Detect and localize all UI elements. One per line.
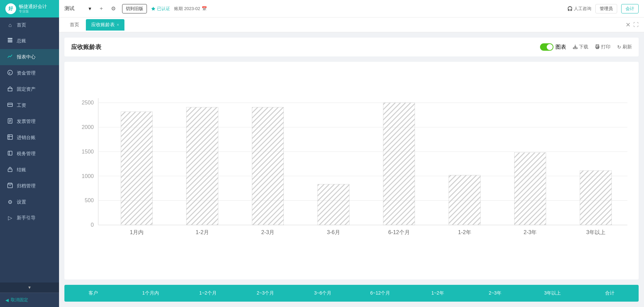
sidebar-item-invoice[interactable]: 发票管理 xyxy=(0,114,59,130)
period-value: 2023-02 xyxy=(184,6,200,11)
certified-badge: 已认证 xyxy=(151,6,170,12)
certified-label: 已认证 xyxy=(157,6,170,12)
settings-gear-icon-btn[interactable]: ⚙ xyxy=(109,4,118,13)
sidebar-nav: ⌂ 首页 总账 报表中心 ¥ 资金管理 xyxy=(0,17,59,293)
sidebar-item-ledger[interactable]: 总账 xyxy=(0,33,59,49)
funds-icon: ¥ xyxy=(7,70,13,77)
table-header-cell: 2~3年 xyxy=(466,285,524,302)
sidebar-item-assets[interactable]: 固定资产 xyxy=(0,81,59,97)
sidebar-label-reports: 报表中心 xyxy=(17,54,36,60)
page-actions: 图表 下载 打印 ↻ 刷新 xyxy=(540,43,632,51)
close-period-icon xyxy=(7,167,13,173)
sidebar-label-guide: 新手引导 xyxy=(17,215,36,221)
svg-text:1500: 1500 xyxy=(82,148,94,155)
sidebar-item-tax[interactable]: 税务管理 xyxy=(0,146,59,162)
table-header-cell: 1~2个月 xyxy=(179,285,236,302)
table-header-cell: 3年以上 xyxy=(524,285,581,302)
cancel-fixed-btn[interactable]: ◀ 取消固定 xyxy=(0,293,59,307)
app-edition: 专业版 xyxy=(19,9,47,14)
ledger-icon xyxy=(7,38,13,44)
settings-icon: ⚙ xyxy=(7,199,13,205)
sidebar: 好 畅捷通好会计 专业版 ⌂ 首页 总账 报表中心 xyxy=(0,0,59,307)
svg-text:2000: 2000 xyxy=(82,124,94,130)
refresh-label: 刷新 xyxy=(623,44,632,50)
svg-text:500: 500 xyxy=(85,197,94,203)
svg-point-24 xyxy=(598,47,599,47)
close-window-btn[interactable]: ✕ xyxy=(626,21,631,29)
sidebar-label-payroll: 工资 xyxy=(17,102,26,108)
sidebar-item-guide[interactable]: ▷ 新手引导 xyxy=(0,210,59,226)
svg-rect-18 xyxy=(8,184,12,188)
print-btn[interactable]: 打印 xyxy=(595,44,610,50)
sidebar-item-archive[interactable]: 归档管理 xyxy=(0,178,59,194)
svg-rect-39 xyxy=(121,112,152,225)
print-icon xyxy=(595,44,600,50)
sidebar-item-settings[interactable]: ⚙ 设置 xyxy=(0,194,59,210)
tab-home[interactable]: 首页 xyxy=(64,19,85,31)
chart-toggle[interactable]: 图表 xyxy=(540,43,566,51)
period-info: 账期 2023-02 📅 xyxy=(174,6,207,12)
print-label: 打印 xyxy=(601,44,610,50)
table-header-cell: 合计 xyxy=(581,285,639,302)
tabs-right: ✕ ⛶ xyxy=(626,21,639,29)
download-label: 下载 xyxy=(579,44,588,50)
svg-rect-53 xyxy=(580,171,611,225)
svg-rect-17 xyxy=(8,169,12,172)
consult-btn[interactable]: 🎧 人工咨询 xyxy=(567,6,591,12)
svg-text:0: 0 xyxy=(91,222,94,228)
sidebar-item-payroll[interactable]: 工资 xyxy=(0,97,59,114)
refresh-btn[interactable]: ↻ 刷新 xyxy=(617,44,632,50)
svg-text:2-3月: 2-3月 xyxy=(261,229,274,235)
assets-icon xyxy=(7,86,13,93)
sidebar-label-archive: 归档管理 xyxy=(17,183,36,189)
logo-icon: 好 xyxy=(5,3,16,14)
expand-btn[interactable]: ⛶ xyxy=(633,22,639,28)
sidebar-label-invoice: 发票管理 xyxy=(17,119,36,125)
cancel-fixed-icon: ◀ xyxy=(5,298,9,303)
topbar-dropdown[interactable]: ▾ xyxy=(89,5,91,12)
sidebar-label-tax: 税务管理 xyxy=(17,151,36,157)
svg-rect-2 xyxy=(8,41,12,42)
sidebar-item-home[interactable]: ⌂ 首页 xyxy=(0,17,59,33)
page-content: 应收账龄表 图表 下载 打 xyxy=(59,32,644,307)
tab-close-icon[interactable]: × xyxy=(117,23,119,27)
page-header: 应收账龄表 图表 下载 打 xyxy=(64,38,639,56)
sidebar-item-funds[interactable]: ¥ 资金管理 xyxy=(0,65,59,81)
table-header-cell: 客户 xyxy=(64,285,122,302)
switch-track[interactable] xyxy=(540,43,553,51)
topbar-actions: ＋ ⚙ xyxy=(97,4,118,13)
app-name: 畅捷通好会计 xyxy=(19,4,47,9)
svg-text:1-2月: 1-2月 xyxy=(196,229,209,235)
add-icon-btn[interactable]: ＋ xyxy=(97,4,106,13)
refresh-icon: ↻ xyxy=(617,44,621,50)
table-header-cell: 1个月内 xyxy=(122,285,179,302)
table-header-cell: 2~3个月 xyxy=(237,285,294,302)
sidebar-item-reports[interactable]: 报表中心 xyxy=(0,49,59,65)
svg-text:1月内: 1月内 xyxy=(130,229,144,235)
page-title: 应收账龄表 xyxy=(71,43,101,51)
svg-text:¥: ¥ xyxy=(8,71,11,75)
sidebar-label-close: 结账 xyxy=(17,167,26,173)
tab-aging[interactable]: 应收账龄表 × xyxy=(86,19,124,31)
svg-text:3年以上: 3年以上 xyxy=(586,229,605,235)
sidebar-item-trade[interactable]: 进销台账 xyxy=(0,130,59,146)
svg-rect-45 xyxy=(318,184,349,225)
headset-icon: 🎧 xyxy=(567,6,573,11)
trade-icon xyxy=(7,134,13,141)
svg-text:2-3年: 2-3年 xyxy=(524,229,537,235)
sidebar-label-home: 首页 xyxy=(17,22,26,28)
svg-rect-41 xyxy=(186,107,218,225)
accountant-btn[interactable]: 会计 xyxy=(621,4,639,13)
bar-chart: 0 500 1000 1500 2000 2500 1月内 1-2月 xyxy=(71,69,632,273)
svg-text:1000: 1000 xyxy=(82,173,94,179)
sidebar-item-close[interactable]: 结账 xyxy=(0,162,59,178)
svg-rect-1 xyxy=(8,40,12,41)
switch-old-btn[interactable]: 切到旧版 xyxy=(122,4,147,13)
home-icon: ⌂ xyxy=(7,22,13,28)
payroll-icon xyxy=(7,102,13,109)
manager-btn[interactable]: 管理员 xyxy=(595,4,617,13)
sidebar-scroll-inner: ⌂ 首页 总账 报表中心 ¥ 资金管理 xyxy=(0,17,59,282)
logo-area: 好 畅捷通好会计 专业版 xyxy=(0,0,59,17)
sidebar-scroll-down-btn[interactable]: ▼ xyxy=(0,282,59,293)
download-btn[interactable]: 下载 xyxy=(573,44,588,50)
